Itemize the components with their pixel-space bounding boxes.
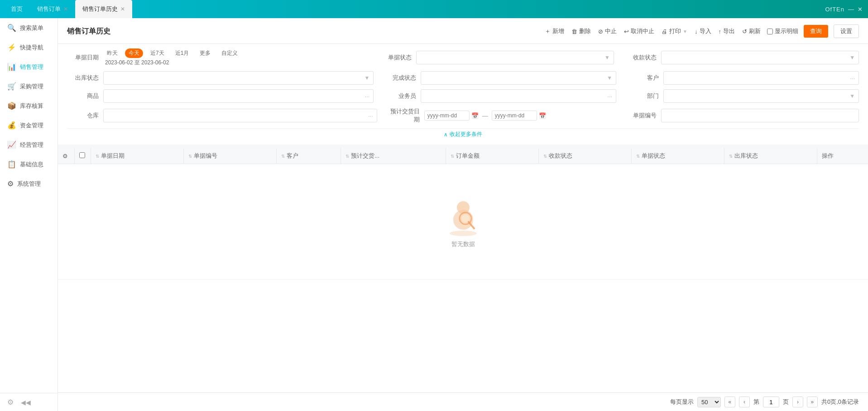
sidebar-item-sales[interactable]: 📊 销售管理: [0, 57, 58, 77]
status-field[interactable]: ▼: [416, 51, 614, 64]
delete-button[interactable]: 🗑 删除: [571, 25, 592, 37]
select-all-checkbox[interactable]: [79, 152, 85, 158]
th-number[interactable]: ⇅ 单据编号: [183, 148, 276, 164]
th-status[interactable]: ⇅ 单据状态: [631, 148, 724, 164]
sidebar-item-search[interactable]: 🔍 搜索菜单: [0, 18, 58, 38]
sidebar-item-basic[interactable]: 📋 基础信息: [0, 155, 58, 174]
salesperson-label: 业务员: [384, 92, 421, 100]
sidebar-item-operation-label: 经营管理: [20, 141, 43, 149]
th-date[interactable]: ⇅ 单据日期: [91, 148, 183, 164]
th-customer[interactable]: ⇅ 客户: [276, 148, 340, 164]
inventory-icon: 📦: [7, 102, 16, 110]
date-opt-more[interactable]: 更多: [196, 48, 214, 58]
salesperson-field[interactable]: ···: [421, 89, 616, 103]
filter-area: 单据日期 昨天 今天 近7天 近1月 更多 自定义 2023-06-02 至 2…: [58, 44, 868, 145]
customer-field[interactable]: ···: [663, 71, 859, 85]
warehouse-field[interactable]: ···: [103, 109, 377, 122]
close-btn[interactable]: ✕: [858, 6, 863, 13]
warehouse-label: 仓库: [67, 111, 103, 120]
outstock-field[interactable]: ▼: [103, 71, 374, 85]
export-button[interactable]: ↑ 导出: [718, 25, 736, 37]
sidebar-item-finance[interactable]: 💰 资金管理: [0, 116, 58, 135]
empty-state: 暂无数据: [62, 168, 863, 276]
sidebar-item-system[interactable]: ⚙ 系统管理: [0, 174, 58, 193]
stop-button[interactable]: ⊘ 中止: [597, 25, 618, 37]
tab-sales-order-close[interactable]: ✕: [63, 6, 68, 12]
next-page-btn[interactable]: ›: [792, 396, 803, 407]
sidebar-item-purchase[interactable]: 🛒 采购管理: [0, 77, 58, 96]
collapse-row[interactable]: ∧ 收起更多条件: [67, 128, 859, 140]
svg-point-5: [462, 215, 469, 222]
operation-icon: 📈: [7, 140, 16, 149]
page-header: 销售订单历史 ＋ 新增 🗑 删除 ⊘ 中止 ↩: [58, 18, 868, 44]
gear-icon[interactable]: ⚙: [62, 153, 68, 160]
delivery-date-to[interactable]: [492, 111, 537, 121]
export-icon: ↑: [719, 28, 722, 35]
export-label: 导出: [723, 27, 735, 35]
th-delivery[interactable]: ⇅ 预计交货...: [341, 148, 446, 164]
toolbar: ＋ 新增 🗑 删除 ⊘ 中止 ↩ 取消中止: [544, 24, 859, 38]
date-opt-today[interactable]: 今天: [125, 48, 143, 58]
sidebar-collapse-icon[interactable]: ◀◀: [21, 399, 31, 406]
add-button[interactable]: ＋ 新增: [544, 25, 565, 37]
sidebar-item-search-label: 搜索菜单: [20, 24, 43, 32]
sidebar-settings-icon[interactable]: ⚙: [7, 398, 14, 406]
sidebar-item-quicknav[interactable]: ⚡ 快捷导航: [0, 38, 58, 57]
filter-row-1: 单据日期 昨天 今天 近7天 近1月 更多 自定义 2023-06-02 至 2…: [67, 48, 859, 67]
delete-icon: 🗑: [571, 28, 577, 35]
tab-sales-history-close[interactable]: ✕: [120, 6, 125, 12]
calendar-to-icon[interactable]: 📅: [539, 112, 546, 119]
tab-sales-order[interactable]: 销售订单 ✕: [30, 0, 75, 18]
first-page-btn[interactable]: «: [724, 396, 735, 407]
sidebar-item-system-label: 系统管理: [17, 180, 41, 188]
goods-field[interactable]: ···: [103, 89, 374, 103]
th-warehouse[interactable]: ⇅ 出库状态: [724, 148, 817, 164]
page-number-input[interactable]: [763, 396, 779, 407]
sales-icon: 📊: [7, 63, 16, 71]
last-page-btn[interactable]: »: [807, 396, 818, 407]
order-number-field[interactable]: [661, 109, 859, 122]
sidebar-item-inventory[interactable]: 📦 库存核算: [0, 96, 58, 116]
top-bar: 首页 销售订单 ✕ 销售订单历史 ✕ OfTEn — ✕: [0, 0, 868, 18]
date-opt-1month[interactable]: 近1月: [172, 48, 193, 58]
cancel-stop-button[interactable]: ↩ 取消中止: [623, 25, 655, 37]
complete-field[interactable]: ▼: [421, 71, 616, 85]
page-title: 销售订单历史: [67, 27, 110, 36]
date-opt-7days[interactable]: 近7天: [147, 48, 168, 58]
pagination-bar: 每页显示 50 100 200 « ‹ 第 页 › » 共0页,0条记录: [58, 392, 868, 411]
dept-label: 部门: [627, 92, 663, 100]
warehouse-dots: ···: [368, 112, 373, 119]
calendar-from-icon[interactable]: 📅: [471, 112, 479, 119]
delivery-date-label: 预计交货日期: [388, 107, 424, 124]
date-opt-custom[interactable]: 自定义: [218, 48, 241, 58]
th-checkbox[interactable]: [74, 148, 91, 164]
payment-status-field[interactable]: ▼: [661, 51, 859, 64]
show-detail-input[interactable]: [767, 29, 773, 34]
import-button[interactable]: ↓ 导入: [694, 25, 712, 37]
prev-page-btn[interactable]: ‹: [739, 396, 750, 407]
show-detail-checkbox[interactable]: 显示明细: [767, 27, 798, 35]
minimize-btn[interactable]: —: [848, 6, 854, 13]
refresh-button[interactable]: ↺ 刷新: [741, 25, 762, 37]
goods-dots: ···: [365, 93, 370, 100]
stop-icon: ⊘: [598, 28, 603, 35]
th-payment[interactable]: ⇅ 收款状态: [538, 148, 631, 164]
delivery-date-from[interactable]: [424, 111, 470, 121]
per-page-select[interactable]: 50 100 200: [697, 397, 721, 407]
th-gear[interactable]: ⚙: [58, 148, 74, 164]
sidebar-item-sales-label: 销售管理: [20, 63, 43, 71]
print-button[interactable]: 🖨 打印 ▼: [661, 25, 688, 37]
filter-row-3: 商品 ··· 业务员 ··· 部门 ▼: [67, 89, 859, 103]
tab-home[interactable]: 首页: [4, 0, 30, 18]
dept-field[interactable]: ▼: [663, 89, 859, 103]
query-button[interactable]: 查询: [804, 25, 828, 38]
tab-bar: 首页 销售订单 ✕ 销售订单历史 ✕: [4, 0, 825, 18]
settings-button[interactable]: 设置: [834, 24, 859, 38]
th-amount[interactable]: ⇅ 订单金额: [446, 148, 538, 164]
status-dropdown-icon: ▼: [604, 54, 610, 61]
date-opt-yesterday[interactable]: 昨天: [103, 48, 121, 58]
tab-sales-history[interactable]: 销售订单历史 ✕: [75, 0, 132, 18]
sidebar-item-operation[interactable]: 📈 经营管理: [0, 135, 58, 155]
empty-state-cell: 暂无数据: [58, 164, 868, 280]
status-label: 单据状态: [380, 53, 416, 62]
